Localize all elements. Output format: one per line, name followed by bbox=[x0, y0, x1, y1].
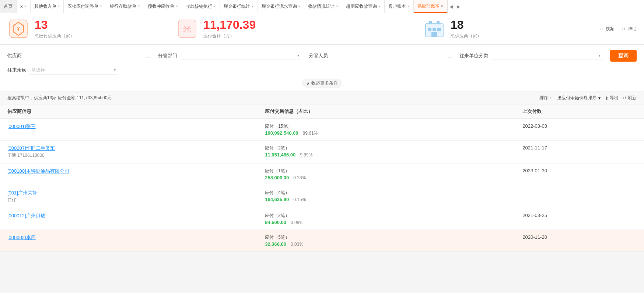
nav-arrow-right[interactable]: ▶ bbox=[455, 0, 462, 13]
supplier-filter-input[interactable] bbox=[29, 51, 143, 60]
nav-tab-home[interactable]: 首页 bbox=[0, 0, 17, 13]
filter-row-1: 供应商 ... 分管部门 ▾ 分管人员 ... 往来单位分类 ▾ 查询 bbox=[7, 50, 637, 62]
svg-text:米: 米 bbox=[183, 24, 191, 34]
refresh-button[interactable]: ↺ 刷新 bbox=[623, 95, 637, 101]
collect-verify-close[interactable]: × bbox=[214, 4, 216, 8]
payable-amount[interactable]: 11,051,486.00 bbox=[265, 152, 295, 158]
sort-select[interactable]: 按应付余额倒序排序 ▾ bbox=[557, 95, 601, 101]
supplier-link[interactable]: [000002]李四 bbox=[7, 235, 36, 240]
supplier-dots-icon[interactable]: ... bbox=[146, 52, 151, 59]
supplier-info-cell: [000001]张三 bbox=[0, 119, 258, 141]
col-header-last-payment: 上次付数 bbox=[515, 104, 644, 119]
filter-person: 分管人员 ... bbox=[309, 51, 452, 60]
nav-tab-cash-bank-flow[interactable]: 现金银行流水查询 × bbox=[258, 0, 305, 13]
payable-amount-number: 11,170.39 bbox=[203, 18, 256, 31]
collect-stats-close[interactable]: × bbox=[336, 4, 338, 8]
export-button[interactable]: ⬆ 导出 bbox=[605, 95, 619, 101]
results-bar: 搜索结果中，供应商13家 应付金额 111,703,854.00元 排序： 按应… bbox=[0, 92, 644, 104]
help-icon: ⊙ bbox=[622, 27, 625, 31]
other-income-label: 其他收入单 bbox=[34, 3, 56, 10]
payable-label: 应付（2笔） bbox=[265, 213, 508, 219]
prepay-collect-close[interactable]: × bbox=[176, 4, 178, 8]
video-link[interactable]: 视频 bbox=[606, 26, 615, 32]
bank-deposit-close[interactable]: × bbox=[138, 4, 140, 8]
nav-arrow-left[interactable]: ◀ bbox=[447, 0, 455, 13]
payable-label: 应付（5笔） bbox=[265, 234, 508, 241]
nav-tab-supplier-account[interactable]: 供应商账本 × bbox=[414, 0, 447, 13]
category-filter-label: 往来单位分类 bbox=[459, 52, 488, 59]
stat-payable-suppliers-text: 13 总应付供应商（家） bbox=[35, 18, 74, 39]
customer-account-close[interactable]: × bbox=[407, 4, 410, 8]
nav-tab-cash-bank-stats[interactable]: 现金银行统计 × bbox=[220, 0, 258, 13]
supplier-link[interactable]: [000012]广州贝瑞 bbox=[7, 213, 45, 218]
nav-tab-customer-account[interactable]: 客户账本 × bbox=[385, 0, 414, 13]
svg-text:¥: ¥ bbox=[17, 26, 20, 32]
svg-rect-11 bbox=[431, 32, 437, 37]
category-filter-select[interactable]: ▾ bbox=[491, 52, 603, 59]
payable-amount[interactable]: 164,635.90 bbox=[265, 197, 289, 202]
nav-tab-3[interactable]: 3 × bbox=[17, 0, 31, 13]
filter-balance: 往来余额 请选择... ▾ bbox=[7, 65, 118, 75]
home-tab-label: 首页 bbox=[4, 3, 13, 10]
payable-percent: 89.61% bbox=[303, 131, 318, 136]
payable-label: 应付（1笔） bbox=[265, 168, 508, 174]
table-row: [001]广州荣轩仔仔应付（4笔）164,635.900.15% bbox=[0, 185, 644, 208]
table-row: [000100]本特勤油品有限公司应付（1笔）258,000.000.23%20… bbox=[0, 163, 644, 185]
balance-chevron-icon: ▾ bbox=[114, 68, 116, 72]
help-link[interactable]: 帮助 bbox=[628, 26, 637, 32]
filter-row-2: 往来余额 请选择... ▾ bbox=[7, 65, 118, 75]
nav-tab-prepay-collect[interactable]: 预收冲应收单 × bbox=[144, 0, 182, 13]
dept-filter-label: 分管部门 bbox=[158, 52, 177, 59]
stat-total-suppliers: 18 总供应商（家） bbox=[423, 18, 592, 40]
video-icon: ⊙ bbox=[599, 27, 603, 31]
supplier-link[interactable]: [000100]本特勤油品有限公司 bbox=[7, 168, 69, 174]
last-payment-date: 2022-08-08 bbox=[522, 123, 547, 129]
payable-amount[interactable]: 100,092,540.00 bbox=[265, 130, 298, 136]
nav-tab-collect-verify[interactable]: 收款核销执行 × bbox=[182, 0, 220, 13]
supplier-info-cell: [001]广州荣轩仔仔 bbox=[0, 185, 258, 208]
balance-filter-select[interactable]: 请选择... ▾ bbox=[29, 65, 118, 75]
search-button[interactable]: 查询 bbox=[610, 50, 637, 62]
payable-transaction-cell: 应付（2笔）94,600.000.08% bbox=[258, 208, 515, 230]
supplier-link[interactable]: [001]广州荣轩 bbox=[7, 190, 37, 196]
nav-tab-overdue-collect[interactable]: 超期应收款查询 × bbox=[342, 0, 385, 13]
nav-tab-bank-deposit[interactable]: 银行存取款单 × bbox=[106, 0, 144, 13]
total-suppliers-icon bbox=[423, 18, 445, 40]
payable-transaction-cell: 应付（4笔）164,635.900.15% bbox=[258, 185, 515, 208]
refresh-icon: ↺ bbox=[623, 96, 627, 101]
person-filter-input[interactable] bbox=[331, 51, 444, 60]
collect-verify-label: 收款核销执行 bbox=[186, 3, 212, 10]
supplier-link[interactable]: [000007]恒旺二手叉车 bbox=[7, 145, 55, 151]
top-right-links: ⊙ 视频 | ⊙ 帮助 bbox=[592, 26, 637, 32]
payable-amount[interactable]: 32,366.00 bbox=[265, 241, 286, 247]
payable-amount[interactable]: 94,600.00 bbox=[265, 220, 286, 225]
cash-bank-stats-close[interactable]: × bbox=[252, 4, 254, 8]
payable-amount[interactable]: 258,000.00 bbox=[265, 175, 289, 180]
supplier-contact: 王通 17106110000 bbox=[7, 152, 250, 159]
supplier-info-cell: [000002]李四 bbox=[0, 230, 258, 252]
ap-adjustment-label: 应收应付调整单 bbox=[67, 3, 98, 10]
nav-tab-other-income[interactable]: 其他收入单 × bbox=[31, 0, 64, 13]
dept-filter-select[interactable]: ▾ bbox=[180, 52, 301, 59]
payable-transaction-cell: 应付（1笔）258,000.000.23% bbox=[258, 163, 515, 185]
nav-tab-collect-stats[interactable]: 收款情况统计 × bbox=[304, 0, 342, 13]
ap-adjustment-close[interactable]: × bbox=[100, 4, 102, 8]
cash-bank-flow-close[interactable]: × bbox=[298, 4, 301, 8]
person-dots-icon[interactable]: ... bbox=[447, 52, 452, 59]
tab-3-close[interactable]: × bbox=[24, 4, 27, 8]
results-summary: 搜索结果中，供应商13家 应付金额 111,703,854.00元 bbox=[7, 95, 112, 101]
other-income-close[interactable]: × bbox=[58, 4, 60, 8]
svg-rect-10 bbox=[437, 28, 441, 31]
last-payment-cell bbox=[515, 185, 644, 208]
supplier-account-close[interactable]: × bbox=[441, 4, 443, 8]
supplier-link[interactable]: [000001]张三 bbox=[7, 124, 36, 129]
collapse-button[interactable]: ∧ 收起更多条件 bbox=[302, 79, 342, 88]
payable-label: 应付（15笔） bbox=[265, 123, 508, 130]
prepay-collect-label: 预收冲应收单 bbox=[148, 3, 174, 10]
overdue-collect-close[interactable]: × bbox=[378, 4, 381, 8]
nav-tab-ap-adjustment[interactable]: 应收应付调整单 × bbox=[64, 0, 106, 13]
payable-transaction-cell: 应付（15笔）100,092,540.0089.61% bbox=[258, 119, 515, 141]
col-header-transaction: 应付交易信息（占比） bbox=[258, 104, 515, 119]
last-payment-cell: 2023-01-30 bbox=[515, 163, 644, 185]
last-payment-date: 2023-01-30 bbox=[522, 168, 547, 173]
